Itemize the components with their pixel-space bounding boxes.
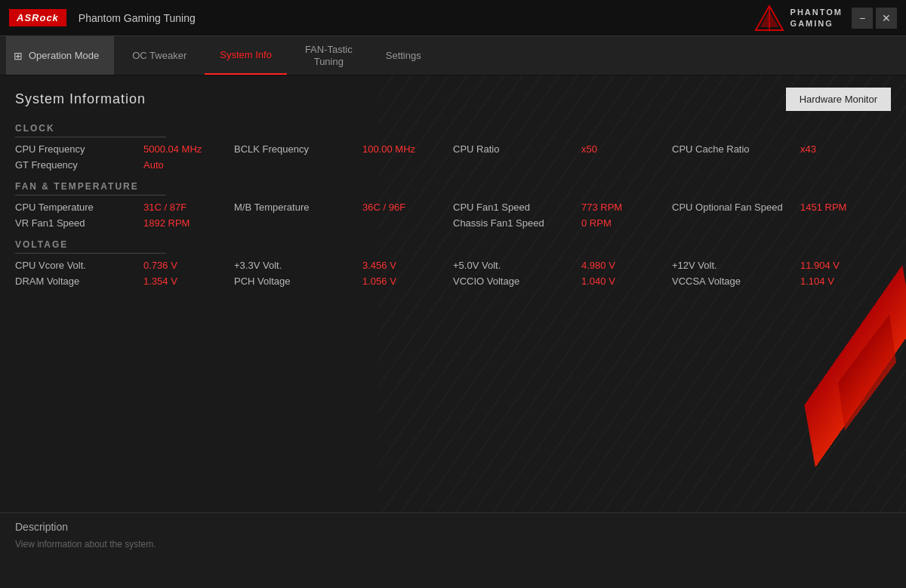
cpu-temp-item: CPU Temperature 31C / 87F bbox=[15, 202, 234, 213]
vccio-voltage-item: VCCIO Voltage 1.040 V bbox=[453, 276, 672, 287]
description-title: Description bbox=[15, 521, 891, 533]
gt-frequency-value: Auto bbox=[143, 159, 164, 171]
clock-row-2: GT Frequency Auto bbox=[15, 159, 891, 171]
cpu-fan1-speed-item: CPU Fan1 Speed 773 RPM bbox=[453, 202, 672, 213]
mb-temp-item: M/B Temperature 36C / 96F bbox=[234, 202, 453, 213]
mb-temp-label: M/B Temperature bbox=[234, 202, 362, 213]
hardware-monitor-button[interactable]: Hardware Monitor bbox=[786, 88, 891, 111]
vr-fan1-label: VR Fan1 Speed bbox=[15, 217, 143, 229]
cpu-vcore-item: CPU Vcore Volt. 0.736 V bbox=[15, 260, 234, 271]
gt-frequency-item: GT Frequency Auto bbox=[15, 159, 891, 171]
phantom-icon bbox=[754, 5, 784, 32]
bclk-frequency-label: BCLK Frequency bbox=[234, 143, 362, 155]
fan-temp-row-1: CPU Temperature 31C / 87F M/B Temperatur… bbox=[15, 202, 891, 213]
vccsa-voltage-value: 1.104 V bbox=[800, 276, 834, 287]
tab-fan-tastic[interactable]: FAN-TasticTuning bbox=[290, 36, 368, 75]
vr-fan1-value: 1892 RPM bbox=[143, 217, 190, 229]
tab-oc-tweaker[interactable]: OC Tweaker bbox=[117, 36, 202, 75]
voltage-row-1: CPU Vcore Volt. 0.736 V +3.3V Volt. 3.45… bbox=[15, 260, 891, 271]
cpu-frequency-item: CPU Frequency 5000.04 MHz bbox=[15, 143, 234, 155]
vccsa-voltage-item: VCCSA Voltage 1.104 V bbox=[672, 276, 891, 287]
cpu-ratio-item: CPU Ratio x50 bbox=[453, 143, 672, 155]
cpu-fan1-speed-label: CPU Fan1 Speed bbox=[453, 202, 581, 213]
p12v-volt-label: +12V Volt. bbox=[672, 260, 800, 271]
vccio-voltage-label: VCCIO Voltage bbox=[453, 276, 581, 287]
vccio-voltage-value: 1.040 V bbox=[581, 276, 615, 287]
description-footer: Description View information about the s… bbox=[0, 513, 906, 588]
cpu-temp-label: CPU Temperature bbox=[15, 202, 143, 213]
clock-section-title: CLOCK bbox=[15, 123, 166, 137]
section-header: System Information Hardware Monitor bbox=[15, 88, 891, 111]
tab-settings[interactable]: Settings bbox=[371, 36, 436, 75]
voltage-row-2: DRAM Voltage 1.354 V PCH Voltage 1.056 V… bbox=[15, 276, 891, 287]
bclk-frequency-item: BCLK Frequency 100.00 MHz bbox=[234, 143, 453, 155]
dram-voltage-value: 1.354 V bbox=[143, 276, 177, 287]
phantom-text: PHANTOM GAMING bbox=[790, 7, 843, 29]
chassis-fan1-label: Chassis Fan1 Speed bbox=[453, 217, 581, 229]
cpu-opt-fan-label: CPU Optional Fan Speed bbox=[672, 202, 800, 213]
cpu-cache-ratio-label: CPU Cache Ratio bbox=[672, 143, 800, 155]
titlebar: ASRock Phantom Gaming Tuning PHANTOM GAM… bbox=[0, 0, 906, 36]
cpu-fan1-speed-value: 773 RPM bbox=[581, 202, 622, 213]
p33v-volt-label: +3.3V Volt. bbox=[234, 260, 362, 271]
navbar: Operation Mode OC Tweaker System Info FA… bbox=[0, 36, 906, 75]
cpu-opt-fan-item: CPU Optional Fan Speed 1451 RPM bbox=[672, 202, 891, 213]
cpu-vcore-label: CPU Vcore Volt. bbox=[15, 260, 143, 271]
cpu-temp-value: 31C / 87F bbox=[143, 202, 186, 213]
dram-voltage-label: DRAM Voltage bbox=[15, 276, 143, 287]
fan-temp-section: FAN & TEMPERATURE CPU Temperature 31C / … bbox=[15, 181, 891, 229]
p50v-volt-item: +5.0V Volt. 4.980 V bbox=[453, 260, 672, 271]
p50v-volt-value: 4.980 V bbox=[581, 260, 615, 271]
cpu-cache-ratio-item: CPU Cache Ratio x43 bbox=[672, 143, 891, 155]
clock-section: CLOCK CPU Frequency 5000.04 MHz BCLK Fre… bbox=[15, 123, 891, 171]
p12v-volt-value: 11.904 V bbox=[800, 260, 840, 271]
cpu-ratio-label: CPU Ratio bbox=[453, 143, 581, 155]
minimize-button[interactable]: − bbox=[852, 8, 873, 29]
p33v-volt-value: 3.456 V bbox=[362, 260, 396, 271]
fan-temp-row-2: VR Fan1 Speed 1892 RPM Chassis Fan1 Spee… bbox=[15, 217, 891, 229]
pch-voltage-item: PCH Voltage 1.056 V bbox=[234, 276, 453, 287]
mb-temp-value: 36C / 96F bbox=[362, 202, 405, 213]
voltage-section-title: VOLTAGE bbox=[15, 239, 166, 254]
pch-voltage-label: PCH Voltage bbox=[234, 276, 362, 287]
gt-frequency-label: GT Frequency bbox=[15, 159, 143, 171]
phantom-gaming-logo: PHANTOM GAMING bbox=[754, 5, 843, 32]
asrock-logo: ASRock bbox=[9, 9, 66, 26]
clock-row-1: CPU Frequency 5000.04 MHz BCLK Frequency… bbox=[15, 143, 891, 155]
cpu-frequency-label: CPU Frequency bbox=[15, 143, 143, 155]
voltage-section: VOLTAGE CPU Vcore Volt. 0.736 V +3.3V Vo… bbox=[15, 239, 891, 287]
section-title: System Information bbox=[15, 91, 146, 107]
vr-fan1-item: VR Fan1 Speed 1892 RPM bbox=[15, 217, 453, 229]
p12v-volt-item: +12V Volt. 11.904 V bbox=[672, 260, 891, 271]
description-text: View information about the system. bbox=[15, 539, 891, 550]
chassis-fan1-value: 0 RPM bbox=[581, 217, 612, 229]
cpu-frequency-value: 5000.04 MHz bbox=[143, 143, 202, 155]
app-title: Phantom Gaming Tuning bbox=[79, 12, 754, 24]
window-controls: − ✕ bbox=[852, 8, 897, 29]
main-content: System Information Hardware Monitor CLOC… bbox=[0, 75, 906, 513]
pch-voltage-value: 1.056 V bbox=[362, 276, 396, 287]
fan-temp-section-title: FAN & TEMPERATURE bbox=[15, 181, 166, 195]
bclk-frequency-value: 100.00 MHz bbox=[362, 143, 415, 155]
tab-operation-mode[interactable]: Operation Mode bbox=[6, 36, 114, 75]
cpu-opt-fan-value: 1451 RPM bbox=[800, 202, 846, 213]
cpu-cache-ratio-value: x43 bbox=[800, 143, 816, 155]
cpu-ratio-value: x50 bbox=[581, 143, 597, 155]
cpu-vcore-value: 0.736 V bbox=[143, 260, 177, 271]
chassis-fan1-item: Chassis Fan1 Speed 0 RPM bbox=[453, 217, 891, 229]
dram-voltage-item: DRAM Voltage 1.354 V bbox=[15, 276, 234, 287]
p33v-volt-item: +3.3V Volt. 3.456 V bbox=[234, 260, 453, 271]
close-button[interactable]: ✕ bbox=[876, 8, 897, 29]
vccsa-voltage-label: VCCSA Voltage bbox=[672, 276, 800, 287]
p50v-volt-label: +5.0V Volt. bbox=[453, 260, 581, 271]
tab-system-info[interactable]: System Info bbox=[205, 36, 287, 75]
